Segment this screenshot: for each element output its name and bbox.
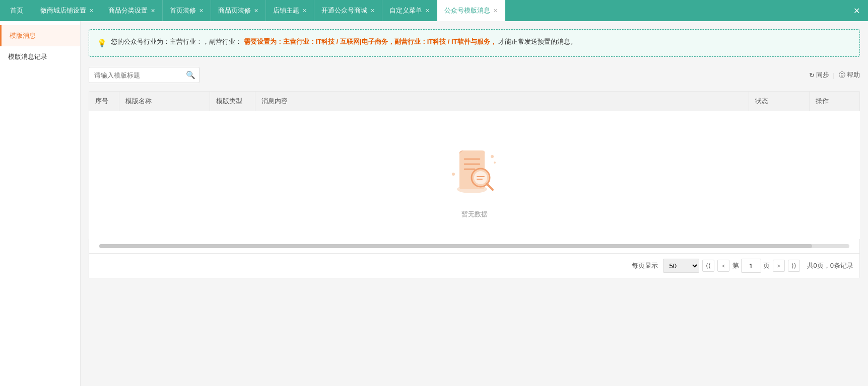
page-size-label: 每页显示 [632,261,658,270]
tab-close-weishangcheng[interactable]: ✕ [89,8,94,14]
col-header-status: 状态 [749,92,810,111]
tab-close-custom-menu[interactable]: ✕ [425,8,430,14]
first-page-button[interactable]: ⟨⟨ [702,260,714,272]
svg-point-11 [452,173,455,176]
svg-point-5 [474,171,487,184]
empty-row: 暂无数据 [89,111,860,240]
sidebar-item-template-message[interactable]: 模版消息 [0,25,80,46]
notice-box: 💡 您的公众号行业为：主营行业：，副营行业： 需要设置为：主营行业：IT科技 /… [89,29,860,57]
pagination: 每页显示 50 20 100 ⟨⟨ ＜ 第 页 ＞ ⟩⟩ 共0页，0条记录 [89,254,860,278]
tab-open-store[interactable]: 开通公众号商城 ✕ [314,0,382,21]
search-input[interactable] [89,67,199,83]
page-total: 共0页，0条记录 [807,261,853,270]
tab-close-store-theme[interactable]: ✕ [302,8,307,14]
fake-scrollbar-thumb [99,244,812,248]
page-label: 页 [763,261,770,270]
tab-close-product-decoration[interactable]: ✕ [254,8,258,14]
sync-button[interactable]: ↻ 同步 [809,70,829,80]
help-icon: ⓪ [839,70,845,80]
tab-template-message[interactable]: 公众号模版消息 ✕ [437,0,505,21]
col-header-action: 操作 [810,92,860,111]
di-label: 第 [732,261,739,270]
col-header-index: 序号 [89,92,119,111]
toolbar-divider: | [833,71,835,79]
tab-custom-menu[interactable]: 自定义菜单 ✕ [382,0,437,21]
prev-page-button[interactable]: ＜ [717,260,729,272]
tab-product-decoration[interactable]: 商品页装修 ✕ [211,0,266,21]
data-table: 序号 模版名称 模版类型 消息内容 状态 操作 [89,91,860,239]
page-input-wrap: 第 页 [732,259,770,273]
svg-point-9 [491,155,494,158]
page-input[interactable] [741,259,761,273]
col-header-content: 消息内容 [255,92,749,111]
scrollbar-row [89,239,860,254]
tab-close-product-category[interactable]: ✕ [151,8,155,14]
sidebar-item-template-message-log[interactable]: 模版消息记录 [0,46,80,67]
tab-close-template-message[interactable]: ✕ [493,8,498,14]
empty-state: 暂无数据 [89,111,860,239]
next-page-button[interactable]: ＞ [773,260,785,272]
sidebar: 模版消息 模版消息记录 [0,21,81,386]
table-header-row: 序号 模版名称 模版类型 消息内容 状态 操作 [89,92,860,111]
tab-close-homepage-decoration[interactable]: ✕ [199,8,204,14]
tab-close-open-store[interactable]: ✕ [370,8,375,14]
search-button[interactable]: 🔍 [186,70,195,80]
tab-bar: 首页 微商城店铺设置 ✕ 商品分类设置 ✕ 首页装修 ✕ 商品页装修 ✕ 店铺主… [0,0,868,21]
notice-text: 您的公众号行业为：主营行业：，副营行业： 需要设置为：主营行业：IT科技 / 互… [111,37,577,47]
tab-product-category[interactable]: 商品分类设置 ✕ [101,0,163,21]
tab-bar-close-all[interactable]: ✕ [845,0,868,21]
svg-line-6 [487,184,493,190]
tab-homepage-decoration[interactable]: 首页装修 ✕ [163,0,211,21]
toolbar-right: ↻ 同步 | ⓪ 帮助 [809,70,860,80]
svg-point-10 [494,162,496,164]
content-area: 💡 您的公众号行业为：主营行业：，副营行业： 需要设置为：主营行业：IT科技 /… [81,21,868,386]
last-page-button[interactable]: ⟩⟩ [788,260,800,272]
help-button[interactable]: ⓪ 帮助 [839,70,860,80]
tab-store-theme[interactable]: 店铺主题 ✕ [266,0,314,21]
col-header-name: 模版名称 [119,92,210,111]
fake-scrollbar[interactable] [99,244,849,248]
sync-icon: ↻ [809,71,815,79]
col-header-type: 模版类型 [210,92,255,111]
empty-text: 暂无数据 [89,210,860,219]
empty-icon [444,141,505,202]
main-layout: 模版消息 模版消息记录 💡 您的公众号行业为：主营行业：，副营行业： 需要设置为… [0,21,868,386]
tab-weishangcheng[interactable]: 微商城店铺设置 ✕ [33,0,101,21]
table-wrapper: 序号 模版名称 模版类型 消息内容 状态 操作 [89,91,860,278]
search-input-wrap: 🔍 [89,67,199,83]
lightbulb-icon: 💡 [97,37,107,49]
search-bar: 🔍 ↻ 同步 | ⓪ 帮助 [89,67,860,83]
tab-home[interactable]: 首页 [0,0,33,21]
page-size-select[interactable]: 50 20 100 [663,259,699,273]
